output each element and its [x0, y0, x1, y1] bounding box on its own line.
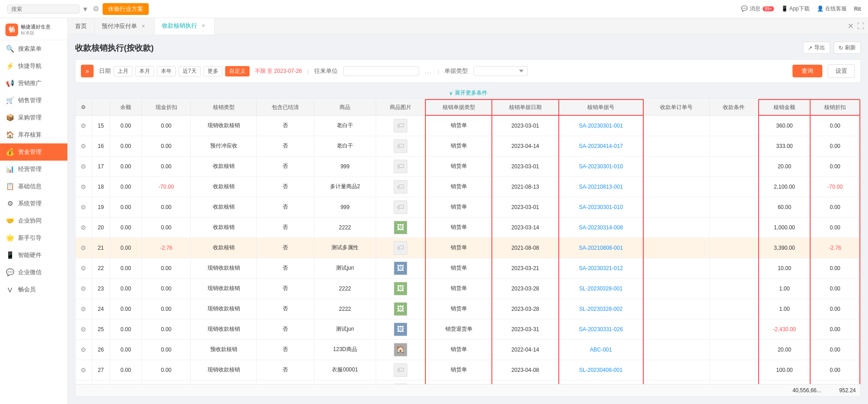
cell-writeoff-discount: 0.00 [810, 278, 860, 299]
cell-gear[interactable]: ⚙ [75, 238, 92, 258]
cell-include-settled: 否 [256, 258, 314, 278]
main-layout: 畅 畅捷通好生意 标准版 🔍 搜索菜单 ⚡ 快捷导航 📢 营销推广 🛒 销售管理… [0, 18, 868, 404]
tab-expand-icon[interactable]: ⛶ [857, 22, 864, 30]
cell-writeoff-bill-no[interactable]: SA-20230314-008 [559, 217, 643, 238]
cell-goods-image: 🖼 [376, 217, 425, 238]
sidebar-item-hardware[interactable]: 📱 智能硬件 [0, 247, 67, 264]
search-input[interactable] [7, 5, 80, 14]
cell-gear[interactable]: ⚙ [75, 258, 92, 278]
cell-gear[interactable]: ⚙ [75, 278, 92, 299]
filter-dots: ... [425, 68, 432, 75]
industry-btn[interactable]: 休验行业方案 [103, 3, 149, 15]
tab-prepay[interactable]: 预付冲应付单 × [94, 18, 155, 34]
cell-gear[interactable]: ⚙ [75, 299, 92, 319]
tab-prepay-close[interactable]: × [140, 23, 147, 30]
cell-cash-discount: 0.00 [142, 217, 191, 238]
cell-gear[interactable]: ⚙ [75, 115, 92, 136]
sidebar-item-member[interactable]: V 畅会员 [0, 281, 67, 298]
cell-writeoff-bill-no[interactable]: SL-20230328-002 [559, 299, 643, 319]
cell-writeoff-bill-date: 2023-03-31 [492, 319, 558, 339]
cell-gear[interactable]: ⚙ [75, 319, 92, 339]
cell-writeoff-bill-no[interactable]: SA-20230301-010 [559, 197, 643, 217]
table-scroll[interactable]: ⚙ 余额 现金折扣 核销类型 包含已结清 商品 商品图片 核销单据类型 核销 [75, 99, 860, 384]
cell-receipt-condition [709, 278, 759, 299]
cell-gear[interactable]: ⚙ [75, 156, 92, 176]
settings-icon[interactable]: ⚙ [93, 5, 99, 13]
main-content: 首页 预付冲应付单 × 收款核销执行 × ✕ ⛶ 收款核销执行(按收款) [68, 18, 868, 404]
expand-more-bar[interactable]: ∨ 展开更多条件 [75, 87, 861, 99]
message-icon[interactable]: 💬 消息 99+ [741, 5, 774, 13]
sidebar-item-marketing[interactable]: 📢 营销推广 [0, 75, 67, 92]
gear-icon[interactable]: ⚙ [81, 104, 86, 110]
sidebar-item-wechat[interactable]: 💬 企业微信 [0, 264, 67, 281]
tab-receipt-close[interactable]: × [200, 22, 207, 29]
table-row: ⚙ 15 0.00 0.00 现销收款核销 否 老白干 🏷 销货单 2023-0… [75, 115, 860, 136]
date-this-year-btn[interactable]: 本年 [157, 66, 176, 76]
date-7days-btn[interactable]: 近7天 [179, 66, 201, 76]
sidebar-item-enterprise[interactable]: 🤝 企业协同 [0, 212, 67, 229]
cell-gear[interactable]: ⚙ [75, 360, 92, 380]
cell-balance: 0.00 [110, 197, 142, 217]
cell-receipt-order-no [643, 278, 710, 299]
table-row: ⚙ 20 0.00 0.00 收款核销 否 2222 🖼 销货单 2023-03… [75, 217, 860, 238]
cell-gear[interactable]: ⚙ [75, 197, 92, 217]
sidebar-item-guide[interactable]: 🌟 新手引导 [0, 229, 67, 247]
sidebar-item-finance[interactable]: 💰 资金管理 [0, 143, 67, 161]
tab-close-all-icon[interactable]: ✕ [848, 22, 854, 30]
cell-writeoff-bill-no[interactable]: SA-20230414-017 [559, 136, 643, 156]
sidebar-item-system[interactable]: ⚙ 系统管理 [0, 195, 67, 212]
online-service[interactable]: 👤 在线客服 [817, 5, 847, 13]
from-unit-input[interactable] [343, 66, 419, 76]
sales-icon: 🛒 [5, 96, 14, 105]
cell-writeoff-bill-no[interactable]: SA-20230331-026 [559, 319, 643, 339]
filter-expand-button[interactable]: » [81, 65, 94, 77]
sidebar-item-quick[interactable]: ⚡ 快捷导航 [0, 57, 67, 75]
sidebar-item-basic[interactable]: 📋 基础信息 [0, 178, 67, 195]
goods-image-default: 🏷 [394, 139, 407, 153]
app-download[interactable]: 📱 App下载 [781, 5, 810, 13]
cell-gear[interactable]: ⚙ [75, 176, 92, 197]
cell-gear[interactable]: ⚙ [75, 380, 92, 384]
sidebar-item-inventory[interactable]: 🏠 库存核算 [0, 126, 67, 143]
cell-include-settled: 否 [256, 278, 314, 299]
cell-writeoff-bill-no[interactable]: SA-20230301-001 [559, 115, 643, 136]
cell-gear[interactable]: ⚙ [75, 217, 92, 238]
refresh-button[interactable]: ↻ 刷新 [834, 42, 861, 54]
user-name[interactable]: Rit [854, 6, 861, 12]
sidebar-item-purchase[interactable]: 📦 采购管理 [0, 109, 67, 126]
date-custom-btn[interactable]: 自定义 [225, 66, 250, 76]
cell-cash-discount: 0.00 [142, 115, 191, 136]
col-header-include-settled: 包含已结清 [256, 100, 314, 115]
goods-image-2: 🖼 [394, 261, 407, 275]
cell-receipt-condition [709, 217, 759, 238]
cell-writeoff-bill-no[interactable]: SA-20230321-012 [559, 258, 643, 278]
export-button[interactable]: ↗ 导出 [803, 42, 830, 54]
dropdown-icon[interactable]: ▾ [83, 4, 87, 14]
date-more-btn[interactable]: 更多 [203, 66, 222, 76]
sidebar-item-search[interactable]: 🔍 搜索菜单 [0, 40, 67, 57]
date-last-month-btn[interactable]: 上月 [113, 66, 132, 76]
cell-index: 24 [92, 299, 110, 319]
tab-receipt[interactable]: 收款核销执行 × [155, 18, 215, 34]
tab-home[interactable]: 首页 [68, 18, 94, 34]
cell-gear[interactable]: ⚙ [75, 136, 92, 156]
cell-writeoff-amount: 2,100.00 [759, 176, 810, 197]
cell-gear[interactable]: ⚙ [75, 339, 92, 360]
cell-writeoff-bill-type: 销货单 [425, 197, 492, 217]
cell-writeoff-discount: 0.00 [810, 197, 860, 217]
sidebar-item-sales[interactable]: 🛒 销售管理 [0, 92, 67, 109]
bill-type-select[interactable] [473, 66, 528, 76]
cell-writeoff-bill-no[interactable]: SA-20230301-010 [559, 156, 643, 176]
query-button[interactable]: 查询 [793, 65, 822, 77]
settings-button[interactable]: 设置 [828, 64, 855, 78]
cell-writeoff-bill-no[interactable]: SA-20210813-001 [559, 176, 643, 197]
cell-receipt-condition [709, 115, 759, 136]
date-this-month-btn[interactable]: 本月 [135, 66, 154, 76]
cell-writeoff-bill-no[interactable]: SA-20210808-001 [559, 238, 643, 258]
cell-writeoff-bill-no[interactable]: ABC-001 [559, 339, 643, 360]
sidebar-item-operation[interactable]: 📊 经营管理 [0, 161, 67, 178]
cell-writeoff-bill-no[interactable]: SL-20230328-001 [559, 278, 643, 299]
cell-writeoff-bill-no[interactable]: SL-20230418-001 [559, 380, 643, 384]
cell-writeoff-bill-no[interactable]: SL-20230408-001 [559, 360, 643, 380]
enterprise-icon: 🤝 [5, 217, 14, 225]
